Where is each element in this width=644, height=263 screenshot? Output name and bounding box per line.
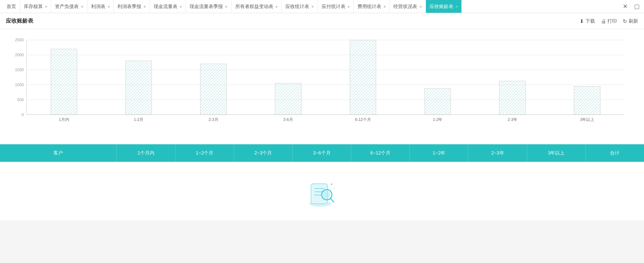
tab-close-profit[interactable]: × (108, 4, 110, 9)
tab-label: 资产负债表 (55, 3, 79, 10)
tab-label: 应付统计表 (322, 3, 345, 10)
tab-inventory[interactable]: 库存核算× (20, 0, 51, 13)
tab-bar: 首页 库存核算×资产负债表×利润表×利润表季报×现金流量表×现金流量表季报×所有… (0, 0, 644, 13)
svg-text:1-2月: 1-2月 (134, 117, 143, 122)
svg-rect-17 (201, 64, 226, 115)
tab-equity[interactable]: 所有者权益变动表× (232, 0, 282, 13)
refresh-button[interactable]: ↻ 刷新 (623, 18, 638, 24)
page-title: 应收账龄表 (6, 18, 33, 24)
chart-area: 050010001500200025001月内1-2月2-3月3-6月6-12个… (0, 29, 644, 144)
tab-close-profit-quarter[interactable]: × (143, 4, 146, 9)
tab-operation[interactable]: 经营状况表× (390, 0, 426, 13)
tab-cashflow-quarter[interactable]: 现金流量表季报× (186, 0, 231, 13)
download-button[interactable]: ⬇ 下载 (580, 18, 595, 24)
print-label: 打印 (607, 18, 617, 24)
svg-text:2-3月: 2-3月 (209, 117, 218, 122)
tab-ar-stat[interactable]: 应收统计表× (282, 0, 318, 13)
download-icon: ⬇ (580, 18, 584, 24)
tab-ap-stat[interactable]: 应付统计表× (318, 0, 354, 13)
tab-close-equity[interactable]: × (276, 4, 278, 9)
tab-profit-quarter[interactable]: 利润表季报× (114, 0, 150, 13)
th-客户: 客户 (0, 144, 117, 162)
header-actions: ⬇ 下载 🖨 打印 ↻ 刷新 (580, 18, 638, 24)
th-3~6个月: 3~6个月 (293, 144, 351, 162)
th-6~12个月: 6~12个月 (351, 144, 410, 162)
svg-text:2500: 2500 (15, 38, 24, 42)
print-icon: 🖨 (601, 18, 606, 24)
tab-close-balance[interactable]: × (81, 4, 83, 9)
tab-label: 应收统计表 (285, 3, 309, 10)
svg-rect-27 (574, 86, 600, 115)
page-header: 应收账龄表 ⬇ 下载 🖨 打印 ↻ 刷新 (0, 13, 644, 29)
th-2~3年: 2~3年 (468, 144, 527, 162)
tab-close-inventory[interactable]: × (45, 4, 47, 9)
svg-text:1000: 1000 (15, 83, 24, 87)
svg-text:500: 500 (17, 98, 24, 102)
svg-text:2000: 2000 (15, 53, 24, 57)
print-button[interactable]: 🖨 打印 (601, 18, 617, 24)
tab-close-ar-aging[interactable]: × (456, 4, 458, 9)
tab-close-expense-stat[interactable]: × (383, 4, 386, 9)
main-content: 050010001500200025001月内1-2月2-3月3-6月6-12个… (0, 29, 644, 220)
empty-illustration: ✦ ✦ (304, 176, 340, 206)
tab-label: 利润表 (91, 3, 105, 10)
tab-label: 利润表季报 (117, 3, 141, 10)
window-close-button[interactable]: ✕ (621, 2, 629, 11)
svg-text:1500: 1500 (15, 68, 24, 72)
tab-label: 费用统计表 (357, 3, 381, 10)
tab-label: 应收账龄表 (430, 3, 453, 10)
tab-close-cashflow-quarter[interactable]: × (225, 4, 227, 9)
svg-rect-21 (350, 40, 376, 115)
refresh-label: 刷新 (629, 18, 638, 24)
tab-label: 现金流量表季报 (190, 3, 223, 10)
svg-text:1-2年: 1-2年 (433, 117, 442, 122)
tab-close-cashflow[interactable]: × (180, 4, 182, 9)
bar-chart: 050010001500200025001月内1-2月2-3月3-6月6-12个… (9, 35, 635, 137)
tab-home[interactable]: 首页 (3, 0, 20, 13)
svg-text:✦: ✦ (330, 182, 333, 186)
tab-cashflow[interactable]: 现金流量表× (150, 0, 186, 13)
download-label: 下载 (585, 18, 595, 24)
th-1~2个月: 1~2个月 (176, 144, 234, 162)
tab-label: 现金流量表 (154, 3, 177, 10)
tab-home-label: 首页 (7, 3, 16, 10)
tab-profit[interactable]: 利润表× (87, 0, 114, 13)
th-合计: 合计 (586, 144, 644, 162)
window-maximize-button[interactable]: ▢ (632, 2, 641, 11)
tab-close-operation[interactable]: × (419, 4, 422, 9)
svg-text:3年以上: 3年以上 (580, 117, 594, 122)
svg-text:✦: ✦ (333, 187, 335, 190)
tab-expense-stat[interactable]: 费用统计表× (354, 0, 390, 13)
tab-bar-right: ✕ ▢ (621, 2, 641, 11)
tab-label: 所有者权益变动表 (235, 3, 273, 10)
tab-label: 库存核算 (24, 3, 43, 10)
tab-close-ap-stat[interactable]: × (348, 4, 350, 9)
tab-ar-aging[interactable]: 应收账龄表× (426, 0, 462, 13)
tab-label: 经营状况表 (393, 3, 417, 10)
svg-rect-13 (51, 49, 77, 115)
table-header: 客户1个月内1~2个月2~3个月3~6个月6~12个月1~2年2~3年3年以上合… (0, 144, 644, 162)
empty-icon: ✦ ✦ (304, 176, 340, 209)
svg-text:3-6月: 3-6月 (283, 117, 293, 122)
svg-text:2-3年: 2-3年 (508, 117, 517, 122)
svg-rect-15 (126, 61, 151, 115)
tab-balance[interactable]: 资产负债表× (51, 0, 87, 13)
svg-rect-23 (424, 88, 450, 114)
svg-text:0: 0 (22, 113, 24, 117)
empty-state: ✦ ✦ (0, 162, 644, 220)
svg-text:1月内: 1月内 (59, 117, 69, 122)
svg-text:6-12个月: 6-12个月 (355, 117, 371, 122)
refresh-icon: ↻ (623, 18, 627, 24)
th-1个月内: 1个月内 (117, 144, 175, 162)
th-2~3个月: 2~3个月 (234, 144, 293, 162)
th-1~2年: 1~2年 (410, 144, 468, 162)
svg-rect-19 (275, 83, 301, 115)
tab-close-ar-stat[interactable]: × (311, 4, 314, 9)
svg-rect-25 (499, 81, 525, 115)
svg-line-38 (330, 198, 334, 202)
th-3年以上: 3年以上 (527, 144, 586, 162)
svg-point-37 (323, 191, 330, 198)
